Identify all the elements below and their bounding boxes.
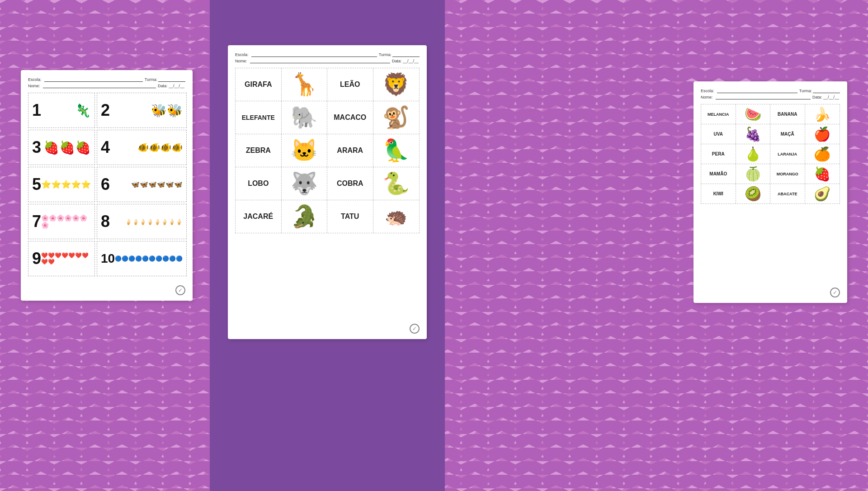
- escola-label: Escola:: [28, 77, 42, 82]
- animal-img-lobo: 🐺: [282, 167, 328, 200]
- animal-row-3: ZEBRA 🐱 ARARA 🦜: [236, 134, 419, 167]
- number-cell-3: 3 🍓🍓🍓: [28, 130, 95, 165]
- animal-img-arara: 🦜: [373, 134, 420, 167]
- animal-img-girafa: 🦒: [282, 68, 328, 101]
- turma-label-r: Turma:: [799, 89, 812, 93]
- turma-line: [158, 77, 185, 82]
- turma-label: Turma:: [145, 77, 157, 82]
- animal-img-cobra: 🐍: [373, 167, 420, 200]
- number-4: 4: [101, 138, 110, 157]
- animal-name-arara: ARARA: [327, 134, 373, 167]
- form-header-left: Escola: Turma: Nome: Data: __/__/__: [28, 77, 185, 88]
- emoji-9: ❤️❤️❤️❤️❤️❤️❤️❤️❤️: [41, 252, 91, 265]
- fruit-name-pera: PERA: [701, 144, 736, 164]
- escola-label-r: Escola:: [701, 89, 714, 93]
- number-9: 9: [32, 249, 41, 268]
- fruit-img-kiwi: 🥝: [736, 184, 771, 203]
- animal-row-4: LOBO 🐺 COBRA 🐍: [236, 167, 419, 200]
- fruit-row-2: UVA 🍇 MAÇÃ 🍎: [701, 124, 840, 144]
- emoji-1: 🦎: [75, 103, 91, 118]
- animal-img-macaco: 🐒: [373, 101, 420, 134]
- animal-name-cobra: COBRA: [327, 167, 373, 200]
- fruit-img-maca: 🍎: [805, 124, 840, 144]
- fruit-img-pera: 🍐: [736, 144, 771, 164]
- turma-line-c: [392, 52, 420, 57]
- number-cell-9: 9 ❤️❤️❤️❤️❤️❤️❤️❤️❤️: [28, 241, 95, 276]
- number-7: 7: [32, 212, 41, 231]
- fruit-img-abacate: 🥑: [805, 184, 840, 203]
- fruit-name-laranja: LARANJA: [770, 144, 805, 164]
- escola-row-c: Escola: Turma:: [235, 52, 420, 57]
- emoji-2: 🐝🐝: [151, 103, 183, 118]
- emoji-4: 🐠🐠🐠🐠: [137, 142, 183, 153]
- escola-row: Escola: Turma:: [28, 77, 185, 82]
- escola-line: [44, 77, 143, 82]
- number-1: 1: [32, 101, 41, 120]
- fruit-img-laranja: 🍊: [805, 144, 840, 164]
- number-cell-4: 4 🐠🐠🐠🐠: [97, 130, 187, 165]
- fruit-name-maca: MAÇÃ: [770, 124, 805, 144]
- emoji-6: 🦋🦋🦋🦋🦋🦋: [131, 180, 183, 189]
- fruit-name-mamao: MAMÃO: [701, 164, 736, 184]
- animal-img-zebra: 🐱: [282, 134, 328, 167]
- nome-label-r: Nome:: [701, 95, 713, 99]
- number-3: 3: [32, 138, 41, 157]
- animal-name-zebra: ZEBRA: [236, 134, 282, 167]
- fruit-row-4: MAMÃO 🍈 MORANGO 🍓: [701, 164, 840, 184]
- fruit-name-kiwi: KIWI: [701, 184, 736, 203]
- emoji-8: 🍦🍦🍦🍦🍦🍦🍦🍦: [125, 218, 183, 225]
- data-label-r: Data: __/__/__: [812, 95, 839, 99]
- fruit-row-3: PERA 🍐 LARANJA 🍊: [701, 144, 840, 164]
- fruit-img-uva: 🍇: [736, 124, 771, 144]
- emoji-5: ⭐⭐⭐⭐⭐: [41, 179, 91, 189]
- animal-row-2: ELEFANTE 🐘 MACACO 🐒: [236, 101, 419, 134]
- nome-line-r: [716, 95, 811, 99]
- number-cell-2: 2 🐝🐝: [97, 93, 187, 128]
- emoji-3: 🍓🍓🍓: [43, 140, 91, 155]
- escola-label-c: Escola:: [235, 52, 249, 57]
- fruit-name-morango: MORANGO: [770, 164, 805, 184]
- animal-name-jacare: JACARÉ: [236, 200, 282, 233]
- animal-name-tatu: TATU: [327, 200, 373, 233]
- numbers-grid: 1 🦎 2 🐝🐝 3 🍓🍓🍓 4 🐠🐠🐠🐠 5 ⭐⭐⭐⭐⭐ 6 🦋🦋🦋🦋🦋🦋: [28, 93, 185, 276]
- number-5: 5: [32, 175, 41, 194]
- escola-row-r: Escola: Turma:: [701, 89, 840, 93]
- fruit-name-uva: UVA: [701, 124, 736, 144]
- animal-img-elefante: 🐘: [282, 101, 328, 134]
- animal-img-leao: 🦁: [373, 68, 420, 101]
- watermark-right: ✓: [830, 288, 840, 297]
- fruits-grid: MELANCIA 🍉 BANANA 🍌 UVA 🍇 MAÇÃ: [701, 104, 840, 204]
- numbers-worksheet: Escola: Turma: Nome: Data: __/__/__ 1 🦎 …: [21, 70, 193, 301]
- fruit-row-5: KIWI 🥝 ABACATE 🥑: [701, 184, 840, 203]
- fruit-img-banana: 🍌: [805, 104, 840, 124]
- fruit-img-mamao: 🍈: [736, 164, 771, 184]
- nome-line-c: [250, 59, 390, 63]
- escola-line-c: [251, 52, 377, 57]
- animals-worksheet: Escola: Turma: Nome: Data: __/__/__ GIRA…: [228, 45, 427, 339]
- number-10: 10: [101, 251, 115, 266]
- data-label-c: Data: __/__/__: [392, 59, 419, 63]
- animal-row-1: GIRAFA 🦒 LEÃO 🦁: [236, 68, 419, 101]
- nome-label: Nome:: [28, 84, 40, 88]
- emoji-7: 🌸🌸🌸🌸🌸🌸🌸: [41, 214, 91, 229]
- animals-grid: GIRAFA 🦒 LEÃO 🦁 ELEFANTE 🐘 MACACO: [235, 68, 420, 233]
- nome-label-c: Nome:: [235, 59, 247, 63]
- animal-name-girafa: GIRAFA: [236, 68, 282, 101]
- number-cell-8: 8 🍦🍦🍦🍦🍦🍦🍦🍦: [97, 204, 187, 239]
- escola-line-r: [717, 89, 797, 93]
- emoji-10: 🔵🔵🔵🔵🔵🔵🔵🔵🔵🔵: [115, 255, 183, 262]
- data-label: Data: __/__/__: [158, 84, 184, 88]
- nome-row-r: Nome: Data: __/__/__: [701, 95, 840, 99]
- watermark-center: ✓: [410, 324, 420, 334]
- animal-img-jacare: 🐊: [282, 200, 328, 233]
- number-cell-10: 10 🔵🔵🔵🔵🔵🔵🔵🔵🔵🔵: [97, 241, 187, 276]
- nome-row-c: Nome: Data: __/__/__: [235, 59, 420, 63]
- animal-name-elefante: ELEFANTE: [236, 101, 282, 134]
- number-2: 2: [101, 101, 110, 120]
- watermark-left: ✓: [175, 285, 185, 295]
- turma-line-r: [813, 89, 840, 93]
- number-cell-5: 5 ⭐⭐⭐⭐⭐: [28, 167, 95, 202]
- fruit-name-abacate: ABACATE: [770, 184, 805, 203]
- fruit-name-banana: BANANA: [770, 104, 805, 124]
- animal-name-macaco: MACACO: [327, 101, 373, 134]
